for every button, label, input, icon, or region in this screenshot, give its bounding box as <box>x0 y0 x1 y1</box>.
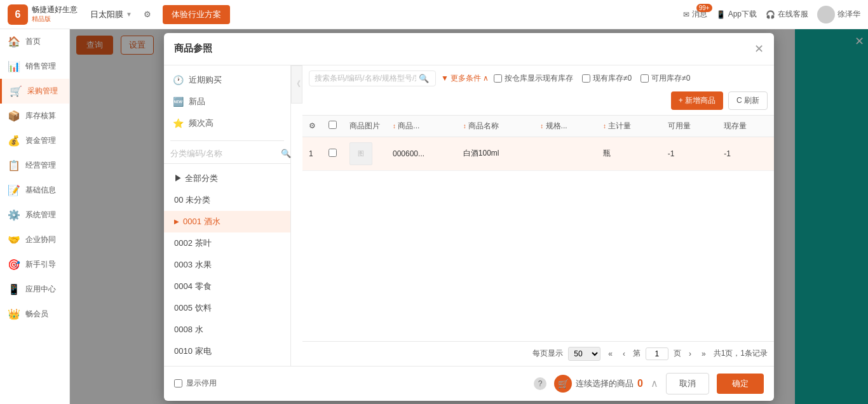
next-page-btn[interactable]: › <box>686 348 694 360</box>
sidebar-item-system[interactable]: ⚙️ 系统管理 <box>0 203 69 227</box>
col-name[interactable]: ↕ 商品名称 <box>457 116 534 137</box>
page-label: 第 <box>633 348 641 359</box>
filter-more-btn[interactable]: ▼ 更多条件 ∧ <box>441 73 489 84</box>
new-product-icon: 🆕 <box>173 97 184 107</box>
message-icon: ✉ <box>683 10 689 19</box>
col-code[interactable]: ↕ 商品... <box>386 116 457 137</box>
purchase-icon: 🛒 <box>10 85 22 97</box>
first-page-btn[interactable]: « <box>606 348 615 360</box>
show-disabled-input[interactable] <box>174 379 182 387</box>
checkbox-current-stock-label: 现有库存≠0 <box>593 73 632 84</box>
checkbox-warehouse[interactable]: 按仓库显示现有库存 <box>494 73 573 84</box>
row-code: 000600... <box>386 137 457 170</box>
cat-search-icon[interactable]: 🔍 <box>281 149 291 158</box>
cancel-btn[interactable]: 取消 <box>666 373 709 394</box>
modal-close-btn[interactable]: ✕ <box>754 42 764 56</box>
col-available[interactable]: 可用量 <box>661 116 718 137</box>
row-select-checkbox[interactable] <box>329 149 337 157</box>
cat-0005-label: 0005 饮料 <box>174 302 212 314</box>
last-page-btn[interactable]: » <box>699 348 709 360</box>
add-product-btn[interactable]: + 新增商品 <box>671 91 723 110</box>
recent-tab-new[interactable]: 🆕 新品 <box>164 91 290 112</box>
product-search-input[interactable] <box>315 74 416 83</box>
cat-item-0002[interactable]: 0002 茶叶 <box>164 232 290 254</box>
cat-item-unclassified[interactable]: 00 未分类 <box>164 189 290 211</box>
table-row[interactable]: 1 图 000600... 白酒100ml <box>302 137 774 170</box>
sort-icon-code: ↕ <box>393 123 396 130</box>
confirm-btn[interactable]: 确定 <box>717 374 764 394</box>
sidebar-item-basic-info[interactable]: 📝 基础信息 <box>0 178 69 203</box>
cat-item-all[interactable]: ▶ 全部分类 <box>164 168 290 189</box>
panel-collapse-btn[interactable]: 《 <box>291 65 302 104</box>
checkbox-available-stock[interactable]: 可用库存≠0 <box>641 73 690 84</box>
sidebar-item-home[interactable]: 🏠 首页 <box>0 29 69 54</box>
col-spec[interactable]: ↕ 规格... <box>534 116 597 137</box>
recent-tab-frequent[interactable]: ⭐ 频次高 <box>164 112 290 134</box>
product-search-icon[interactable]: 🔍 <box>419 74 429 83</box>
online-service-btn[interactable]: 🎧 在线客服 <box>766 9 808 20</box>
row-unit: 瓶 <box>597 137 661 170</box>
filter-checkboxes: 按仓库显示现有库存 现有库存≠0 可用库存≠0 <box>494 73 691 84</box>
checkbox-current-stock-input[interactable] <box>582 74 590 83</box>
col-image-label: 商品图片 <box>349 121 380 130</box>
sidebar-item-member[interactable]: 👑 畅会员 <box>0 302 69 327</box>
finance-icon: 💰 <box>8 135 20 147</box>
user-menu[interactable]: 徐泽华 <box>817 6 860 24</box>
sidebar-label-operations: 经营管理 <box>25 160 56 171</box>
recent-tab-recent-buys[interactable]: 🕐 近期购买 <box>164 69 290 91</box>
show-disabled-checkbox[interactable]: 显示停用 <box>174 378 217 389</box>
cat-arrow-icon: ▶ <box>174 218 179 225</box>
help-icon[interactable]: ? <box>534 377 546 390</box>
select-all-checkbox[interactable] <box>329 121 337 129</box>
product-modal: 商品参照 ✕ 🕐 近期购买 🆕 <box>164 33 774 401</box>
product-table-wrap: ⚙ 商品图片 ↕ <box>302 116 774 341</box>
col-unit[interactable]: ↕ 主计量 <box>597 116 661 137</box>
messages-btn[interactable]: ✉ 消息 99+ <box>683 9 707 20</box>
cat-item-0004[interactable]: 0004 零食 <box>164 276 290 297</box>
col-stock[interactable]: 现存量 <box>717 116 774 137</box>
sidebar-item-collab[interactable]: 🤝 企业协同 <box>0 227 69 252</box>
checkbox-current-stock[interactable]: 现有库存≠0 <box>582 73 632 84</box>
store-selector[interactable]: 日太阳膜 ▼ <box>90 9 132 20</box>
cat-item-0003[interactable]: 0003 水果 <box>164 254 290 276</box>
app-download-btn[interactable]: 📱 App下载 <box>716 9 757 20</box>
refresh-btn[interactable]: C 刷新 <box>728 91 768 110</box>
sidebar-item-finance[interactable]: 💰 资金管理 <box>0 128 69 153</box>
settings-icon[interactable]: ⚙ <box>139 6 156 24</box>
trial-button[interactable]: 体验行业方案 <box>163 5 230 24</box>
cat-search-input[interactable] <box>170 149 277 158</box>
cart-info[interactable]: 🛒 连续选择的商品 0 <box>554 375 643 393</box>
row-checkbox[interactable] <box>322 137 343 170</box>
sidebar-item-inventory[interactable]: 📦 库存核算 <box>0 104 69 128</box>
sidebar-item-sales[interactable]: 📊 销售管理 <box>0 54 69 79</box>
checkbox-available-stock-input[interactable] <box>641 74 649 83</box>
sidebar-label-sales: 销售管理 <box>25 61 56 72</box>
cart-collapse-icon[interactable]: ∧ <box>651 377 658 389</box>
cat-item-0010[interactable]: 0010 家电 <box>164 340 290 362</box>
sidebar-item-guide[interactable]: 🎯 新手引导 <box>0 252 69 277</box>
cat-item-0001[interactable]: ▶ 0001 酒水 <box>164 211 290 232</box>
page-number-input[interactable] <box>646 347 668 360</box>
page-suffix: 页 <box>674 348 681 359</box>
cat-all-label: ▶ 全部分类 <box>174 173 218 184</box>
prev-page-btn[interactable]: ‹ <box>620 348 628 360</box>
total-label: 共1页，1条记录 <box>714 348 768 359</box>
cat-item-0008[interactable]: 0008 水 <box>164 319 290 340</box>
sidebar-item-purchase[interactable]: 🛒 采购管理 <box>0 79 69 104</box>
cart-icon: 🛒 <box>554 375 572 393</box>
modal-header: 商品参照 ✕ <box>164 33 774 65</box>
recent-buy-icon: 🕐 <box>173 75 184 85</box>
cart-count: 0 <box>637 378 643 389</box>
sidebar-item-operations[interactable]: 📋 经营管理 <box>0 153 69 178</box>
cat-item-0005[interactable]: 0005 饮料 <box>164 297 290 319</box>
sidebar-label-collab: 企业协同 <box>25 234 56 245</box>
col-name-label: 商品名称 <box>468 121 499 130</box>
sidebar-label-system: 系统管理 <box>25 210 56 220</box>
cat-search-bar: 🔍 <box>164 144 290 164</box>
checkbox-warehouse-input[interactable] <box>494 74 502 83</box>
page-size-select[interactable]: 50 100 200 <box>568 347 600 361</box>
system-icon: ⚙️ <box>8 209 20 221</box>
modal-overlay: 商品参照 ✕ 🕐 近期购买 🆕 <box>70 29 868 404</box>
col-settings[interactable]: ⚙ <box>302 116 322 137</box>
sidebar-item-apps[interactable]: 📱 应用中心 <box>0 277 69 302</box>
